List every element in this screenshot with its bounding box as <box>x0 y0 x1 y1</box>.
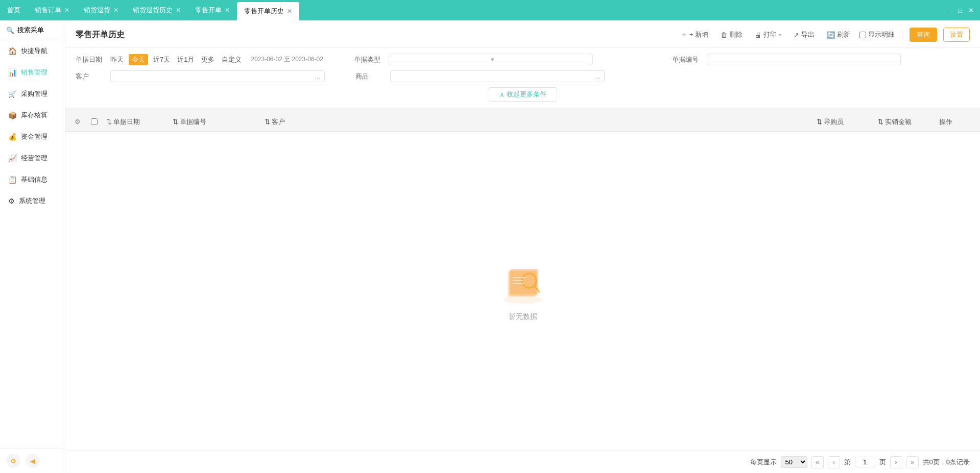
order-type-select[interactable]: ▾ <box>389 54 593 65</box>
delete-icon: 🗑 <box>721 31 727 39</box>
maximize-btn[interactable]: □ <box>958 7 962 14</box>
delete-button[interactable]: 🗑 删除 <box>718 28 746 41</box>
tab-sales-return[interactable]: 销货退货 ✕ <box>77 0 126 20</box>
table-select-all[interactable] <box>86 118 102 125</box>
page-title: 零售开单历史 <box>76 30 125 40</box>
gear-icon: ⚙ <box>8 197 15 205</box>
close-tab-sales-return[interactable]: ✕ <box>113 7 118 14</box>
date-yesterday[interactable]: 昨天 <box>108 54 126 65</box>
col-guide[interactable]: ⇅ 导购员 <box>812 117 874 127</box>
sidebar-item-operations[interactable]: 📈 经营管理 <box>0 147 65 169</box>
per-page-label: 每页显示 <box>750 458 777 467</box>
col-date[interactable]: ⇅ 单据日期 <box>102 117 169 127</box>
display-detail-toggle[interactable]: 显示明细 <box>859 30 895 39</box>
goods-input[interactable] <box>395 72 594 80</box>
tab-retail-open-history[interactable]: 零售开单历史 ✕ <box>237 2 299 20</box>
settings-filter-button[interactable]: 设置 <box>943 28 970 42</box>
print-button[interactable]: 🖨 打印 ▾ <box>752 28 784 41</box>
refresh-button[interactable]: 🔄 刷新 <box>824 28 853 41</box>
print-dropdown-icon: ▾ <box>779 32 781 38</box>
table-area: ⚙ ⇅ 单据日期 ⇅ 单据编号 ⇅ 客户 ⇅ 导购员 <box>65 112 980 473</box>
date-last7[interactable]: 近7天 <box>151 54 172 65</box>
date-label: 单据日期 <box>76 55 106 64</box>
window-controls: — □ ✕ <box>945 7 980 14</box>
close-tab-retail-open-history[interactable]: ✕ <box>287 8 292 15</box>
select-all-checkbox[interactable] <box>91 118 98 125</box>
date-today[interactable]: 今天 <box>129 54 148 65</box>
settings-icon: ⚙ <box>10 457 16 465</box>
sidebar-item-quick-nav[interactable]: 🏠 快捷导航 <box>0 40 65 62</box>
display-detail-checkbox[interactable] <box>859 32 866 38</box>
toolbar: ＋ + 新增 🗑 删除 🖨 打印 ▾ ↗ 导出 🔄 <box>678 28 970 42</box>
export-button[interactable]: ↗ 导出 <box>791 28 818 41</box>
col-amount[interactable]: ⇅ 实销金额 <box>874 117 935 127</box>
sidebar-item-system[interactable]: ⚙ 系统管理 <box>0 190 65 212</box>
sort-icon: ⇅ <box>878 118 883 126</box>
operations-icon: 📈 <box>8 154 17 162</box>
total-info: 共0页，0条记录 <box>923 458 970 467</box>
toolbar-divider <box>902 31 902 39</box>
sort-icon: ⇅ <box>265 118 270 126</box>
chevron-up-icon: ∧ <box>499 91 505 98</box>
empty-illustration <box>497 261 548 307</box>
sidebar: 🔍 搜索采单 🏠 快捷导航 📊 销售管理 🛒 采购管理 📦 库存核算 💰 资金管… <box>0 20 65 473</box>
sidebar-item-basic-info[interactable]: 📋 基础信息 <box>0 169 65 190</box>
chevron-down-icon: ▾ <box>491 56 588 63</box>
customer-lookup-icon[interactable]: ... <box>315 72 320 80</box>
settings-btn[interactable]: ⚙ <box>6 454 20 468</box>
close-tab-retail-open[interactable]: ✕ <box>225 7 230 14</box>
filter-row-2: 客户 ... 商品 ... <box>76 70 970 82</box>
add-button[interactable]: ＋ + 新增 <box>678 28 711 41</box>
sidebar-search[interactable]: 🔍 搜索采单 <box>0 20 65 40</box>
last-page-btn[interactable]: » <box>906 456 919 468</box>
content-area: 零售开单历史 ＋ + 新增 🗑 删除 🖨 打印 ▾ ↗ 导出 <box>65 20 980 473</box>
sort-icon: ⇅ <box>106 118 112 126</box>
page-suffix: 页 <box>879 458 886 467</box>
sidebar-bottom: ⚙ ◀ <box>0 448 65 473</box>
tab-home[interactable]: 首页 <box>0 0 28 20</box>
next-page-btn[interactable]: › <box>890 456 902 468</box>
date-custom[interactable]: 自定义 <box>220 54 244 65</box>
table-settings-icon[interactable]: ⚙ <box>69 118 86 126</box>
col-customer[interactable]: ⇅ 客户 <box>260 117 812 127</box>
close-tab-sales-order[interactable]: ✕ <box>64 7 69 14</box>
customer-label: 客户 <box>76 72 106 81</box>
page-header: 零售开单历史 ＋ + 新增 🗑 删除 🖨 打印 ▾ ↗ 导出 <box>65 20 980 47</box>
table-header: ⚙ ⇅ 单据日期 ⇅ 单据编号 ⇅ 客户 ⇅ 导购员 <box>65 112 980 132</box>
tab-retail-open[interactable]: 零售开单 ✕ <box>188 0 237 20</box>
cart-icon: 🛒 <box>8 90 17 98</box>
order-num-label: 单据编号 <box>672 55 703 64</box>
first-page-btn[interactable]: « <box>811 456 824 468</box>
sidebar-item-sales-mgmt[interactable]: 📊 销售管理 <box>0 62 65 83</box>
order-num-input[interactable] <box>711 56 896 63</box>
chart-icon: 📊 <box>8 68 17 77</box>
sort-icon: ⇅ <box>817 118 822 126</box>
prev-page-btn[interactable]: ‹ <box>828 456 840 468</box>
sidebar-item-inventory[interactable]: 📦 库存核算 <box>0 105 65 126</box>
minimize-btn[interactable]: — <box>945 7 952 14</box>
query-button[interactable]: 查询 <box>910 28 937 42</box>
sidebar-item-purchase-mgmt[interactable]: 🛒 采购管理 <box>0 83 65 105</box>
date-more[interactable]: 更多 <box>199 54 217 65</box>
tab-sales-order[interactable]: 销售订单 ✕ <box>28 0 77 20</box>
refresh-icon: 🔄 <box>827 31 835 39</box>
empty-state: 暂无数据 <box>497 261 548 321</box>
tab-sales-return-history[interactable]: 销货退货历史 ✕ <box>126 0 188 20</box>
order-type-label: 单据类型 <box>354 55 385 64</box>
main-layout: 🔍 搜索采单 🏠 快捷导航 📊 销售管理 🛒 采购管理 📦 库存核算 💰 资金管… <box>0 20 980 473</box>
empty-text: 暂无数据 <box>509 312 537 321</box>
goods-lookup-icon[interactable]: ... <box>594 72 600 80</box>
collapse-sidebar-btn[interactable]: ◀ <box>26 454 40 468</box>
collapse-filter-btn[interactable]: ∧ 收起更多条件 <box>489 87 557 102</box>
sidebar-item-finance[interactable]: 💰 资金管理 <box>0 126 65 147</box>
per-page-select[interactable]: 20 50 100 200 <box>781 456 807 468</box>
box-icon: 📦 <box>8 111 17 119</box>
page-number-input[interactable] <box>855 457 875 467</box>
col-num[interactable]: ⇅ 单据编号 <box>169 117 260 127</box>
collapse-row: ∧ 收起更多条件 <box>76 87 970 102</box>
date-last1m[interactable]: 近1月 <box>175 54 196 65</box>
close-tab-sales-return-history[interactable]: ✕ <box>176 7 181 14</box>
close-btn-window[interactable]: ✕ <box>968 7 974 14</box>
customer-input[interactable] <box>115 72 315 80</box>
table-body: 暂无数据 <box>65 132 980 451</box>
